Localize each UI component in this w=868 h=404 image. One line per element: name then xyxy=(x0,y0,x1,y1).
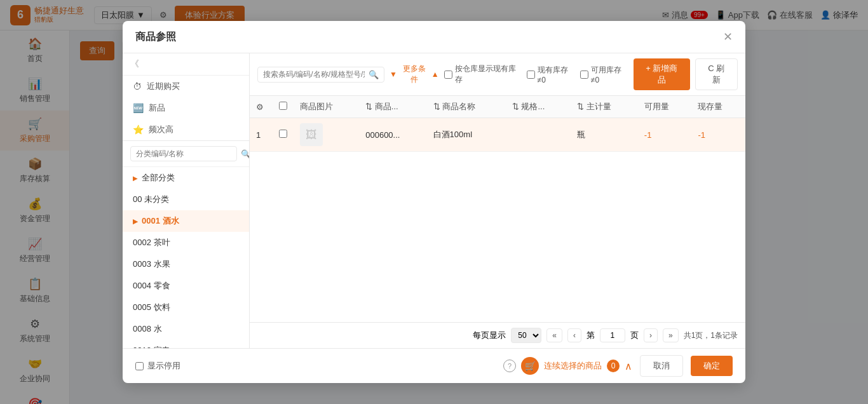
sort-icon-unit: ⇅ xyxy=(577,102,584,111)
category-0008[interactable]: 0008 水 xyxy=(123,318,249,340)
category-search-icon[interactable]: 🔍 xyxy=(241,149,250,159)
page-size-select[interactable]: 50 xyxy=(511,328,541,343)
cancel-btn[interactable]: 取消 xyxy=(640,355,683,377)
right-panel: 🔍 ▼ 更多条件 ▲ 按仓库显示现有库存 现有库存≠0 xyxy=(250,53,745,348)
checkbox-available-neq[interactable]: 可用库存≠0 xyxy=(580,65,628,84)
pagination-bar: 每页显示 50 « ‹ 第 页 › » 共1页，1条记录 xyxy=(250,322,745,348)
table-header-row: ⚙ 商品图片 ⇅ 商品... xyxy=(250,96,745,118)
left-panel-top: 《 xyxy=(123,53,249,76)
category-0005-label: 0005 饮料 xyxy=(133,302,170,313)
cart-section: ? 🛒 连续选择的商品 0 ∧ xyxy=(503,357,632,375)
add-product-btn[interactable]: + 新增商品 xyxy=(634,58,690,90)
quick-popular[interactable]: ⭐ 频次高 xyxy=(123,119,249,140)
page-number-input[interactable] xyxy=(600,328,625,342)
action-btns: + 新增商品 C 刷新 xyxy=(634,58,738,90)
row-code: 000600... xyxy=(359,118,426,152)
category-0005[interactable]: 0005 饮料 xyxy=(123,297,249,318)
filter-icon: ▼ xyxy=(390,70,397,79)
arrow-down-icon: ▶ xyxy=(133,218,138,225)
cart-label: 连续选择的商品 xyxy=(544,360,602,372)
filter-btn-label: 更多条件 xyxy=(400,64,429,85)
col-unit[interactable]: ⇅ 主计量 xyxy=(571,96,638,118)
category-0002[interactable]: 0002 茶叶 xyxy=(123,232,249,253)
checkbox-warehouse-input[interactable] xyxy=(444,71,452,79)
modal-footer: 显示停用 ? 🛒 连续选择的商品 0 ∧ 取消 确定 xyxy=(123,348,745,383)
search-category-bar: 🔍 xyxy=(123,141,249,167)
sort-icon-name: ⇅ xyxy=(433,102,440,111)
table-wrapper: ⚙ 商品图片 ⇅ 商品... xyxy=(250,96,745,322)
row-available: -1 xyxy=(638,118,692,152)
new-icon: 🆕 xyxy=(133,103,144,113)
product-table: ⚙ 商品图片 ⇅ 商品... xyxy=(250,96,745,152)
row-stock: -1 xyxy=(691,118,745,152)
category-0001-label: 0001 酒水 xyxy=(142,215,179,227)
col-spec[interactable]: ⇅ 规格... xyxy=(506,96,571,118)
checkbox-available-input[interactable] xyxy=(580,71,588,79)
more-filter-btn[interactable]: ▼ 更多条件 ▲ xyxy=(390,64,439,85)
category-0010[interactable]: 0010 家电 xyxy=(123,340,249,348)
filter-bar: 🔍 ▼ 更多条件 ▲ 按仓库显示现有库存 现有库存≠0 xyxy=(250,53,745,96)
search-icon[interactable]: 🔍 xyxy=(369,70,379,79)
category-0008-label: 0008 水 xyxy=(133,323,162,335)
quick-popular-label: 频次高 xyxy=(149,124,173,135)
disabled-checkbox-input[interactable] xyxy=(135,362,144,370)
clock-icon: ⏱ xyxy=(133,81,142,91)
quick-new[interactable]: 🆕 新品 xyxy=(123,97,249,119)
col-code[interactable]: ⇅ 商品... xyxy=(359,96,426,118)
page-word2: 页 xyxy=(630,330,639,341)
help-btn[interactable]: ? xyxy=(503,360,516,372)
row-checkbox[interactable] xyxy=(279,130,287,138)
help-icon: ? xyxy=(503,360,516,372)
checkbox-stock-input[interactable] xyxy=(527,71,535,79)
product-thumbnail: 🖼 xyxy=(300,123,323,146)
quick-items: ⏱ 近期购买 🆕 新品 ⭐ 频次高 xyxy=(123,76,249,141)
star-icon: ⭐ xyxy=(133,125,144,135)
image-placeholder-icon: 🖼 xyxy=(306,128,317,142)
col-name[interactable]: ⇅ 商品名称 xyxy=(427,96,506,118)
first-page-btn[interactable]: « xyxy=(546,328,562,342)
category-search-input[interactable] xyxy=(130,146,237,161)
col-settings[interactable]: ⚙ xyxy=(250,96,273,118)
refresh-btn[interactable]: C 刷新 xyxy=(695,58,738,90)
row-checkbox-cell[interactable] xyxy=(273,118,294,152)
shopping-cart-icon: 🛒 xyxy=(525,361,536,371)
collapse-panel-btn[interactable]: 《 xyxy=(130,58,139,70)
confirm-btn[interactable]: 确定 xyxy=(691,356,733,376)
filter-up-icon: ▲ xyxy=(431,70,439,79)
col-checkbox xyxy=(273,96,294,118)
left-panel: 《 ⏱ 近期购买 🆕 新品 ⭐ 频次高 xyxy=(123,53,250,348)
category-0003[interactable]: 0003 水果 xyxy=(123,253,249,275)
checkbox-available-label: 可用库存≠0 xyxy=(591,65,628,84)
cart-icon[interactable]: 🛒 xyxy=(521,357,539,375)
category-00[interactable]: 00 未分类 xyxy=(123,189,249,210)
last-page-btn[interactable]: » xyxy=(663,328,679,342)
modal-header: 商品参照 ✕ xyxy=(123,21,745,53)
col-available: 可用量 xyxy=(638,96,692,118)
checkbox-stock-neq[interactable]: 现有库存≠0 xyxy=(527,65,575,84)
cart-collapse-btn[interactable]: ∧ xyxy=(625,360,632,372)
category-0004-label: 0004 零食 xyxy=(133,280,170,292)
checkbox-stock-label: 现有库存≠0 xyxy=(538,65,575,84)
category-0001[interactable]: ▶ 0001 酒水 xyxy=(123,210,249,232)
row-spec xyxy=(506,118,571,152)
show-disabled-checkbox[interactable]: 显示停用 xyxy=(135,360,180,372)
row-unit: 瓶 xyxy=(571,118,638,152)
select-all-checkbox[interactable] xyxy=(279,102,287,110)
checkbox-warehouse[interactable]: 按仓库显示现有库存 xyxy=(444,64,522,85)
search-box: 🔍 xyxy=(257,67,384,83)
table-row[interactable]: 1 🖼 000600... 白酒100ml xyxy=(250,118,745,152)
col-stock: 现存量 xyxy=(691,96,745,118)
modal-close-btn[interactable]: ✕ xyxy=(723,30,733,44)
next-page-btn[interactable]: › xyxy=(644,328,658,342)
settings-col-icon: ⚙ xyxy=(256,102,264,112)
prev-page-btn[interactable]: ‹ xyxy=(567,328,581,342)
total-info: 共1页，1条记录 xyxy=(684,330,738,341)
checkbox-warehouse-label: 按仓库显示现有库存 xyxy=(455,64,522,85)
quick-recent[interactable]: ⏱ 近期购买 xyxy=(123,76,249,97)
row-image: 🖼 xyxy=(294,118,359,152)
category-all[interactable]: ▶ 全部分类 xyxy=(123,167,249,189)
product-search-input[interactable] xyxy=(263,70,365,79)
category-0004[interactable]: 0004 零食 xyxy=(123,275,249,297)
product-modal: 商品参照 ✕ 《 ⏱ 近期购买 🆕 新品 xyxy=(123,21,745,383)
category-0002-label: 0002 茶叶 xyxy=(133,237,170,248)
